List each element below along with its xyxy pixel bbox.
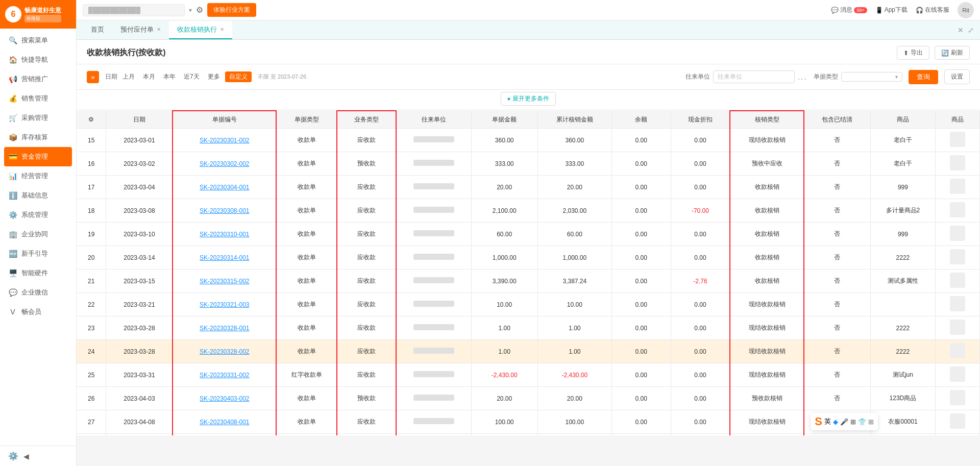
refresh-button[interactable]: 🔄 刷新 (935, 46, 970, 60)
page-header: 收款核销执行(按收款) ⬆ 导出 🔄 刷新 (77, 40, 980, 64)
floating-icon-apps[interactable]: ⊞ (868, 418, 874, 426)
cell-index: 26 (77, 387, 106, 410)
filter-last-month[interactable]: 上月 (120, 71, 137, 82)
bill-no-link[interactable]: SK-20230331-002 (200, 372, 249, 379)
table-row: 282023-04-18SK-20230418-001收款单应收款100.001… (77, 434, 980, 436)
bill-no-link[interactable]: SK-20230403-002 (200, 395, 249, 402)
bill-no-link[interactable]: SK-20230304-001 (200, 184, 249, 191)
cell-goods: 多计量商品2 (870, 199, 935, 223)
tab-close-prepay[interactable]: ✕ (157, 27, 161, 32)
nav-tab-prepay[interactable]: 预付应付单✕ (112, 21, 169, 39)
bill-no-link[interactable]: SK-20230315-002 (200, 278, 249, 285)
refresh-icon: 🔄 (941, 50, 949, 57)
tab-close-receipts[interactable]: ✕ (220, 27, 224, 32)
expand-conditions-button[interactable]: ▾ 展开更多条件 (501, 92, 556, 106)
filter-party-dots[interactable]: ... (798, 72, 807, 82)
filter-party-select[interactable]: 往来单位 (713, 70, 795, 83)
cell-bill_no[interactable]: SK-20230408-001 (173, 410, 276, 434)
sidebar-item-wechat[interactable]: 💬企业微信 (0, 283, 76, 302)
filter-settings-button[interactable]: 设置 (944, 69, 970, 84)
cell-bill_no[interactable]: SK-20230403-002 (173, 387, 276, 410)
cell-biz_type: 预收款 (337, 387, 396, 410)
export-button[interactable]: ⬆ 导出 (897, 46, 929, 60)
cell-verify_amount: 1.00 (537, 316, 611, 340)
cell-bill_no[interactable]: SK-20230308-001 (173, 199, 276, 223)
nav-tab-receipts[interactable]: 收款核销执行✕ (169, 21, 232, 39)
topbar-actions: 💬 消息 99+ 📱 App下载 🎧 在线客服 Rit (831, 2, 974, 18)
bill-no-link[interactable]: SK-20230308-001 (200, 207, 249, 214)
sidebar-item-purchase[interactable]: 🛒采购管理 (0, 108, 76, 128)
sidebar-item-operation[interactable]: 📊经营管理 (0, 166, 76, 186)
bill-no-link[interactable]: SK-20230328-001 (200, 325, 249, 332)
sidebar-item-guide[interactable]: 🆕新手引导 (0, 244, 76, 263)
cell-bill_no[interactable]: SK-20230328-001 (173, 316, 276, 340)
cell-bill_no[interactable]: SK-20230301-002 (173, 129, 276, 152)
table-scroll[interactable]: ⚙日期单据编号单据类型业务类型往来单位单据金额累计核销金额余额现金折扣核销类型包… (77, 110, 980, 435)
floating-icon-ying[interactable]: 英 (824, 417, 831, 426)
sidebar-item-search[interactable]: 🔍搜索菜单 (0, 31, 76, 50)
filter-date-links: 上月 本月 本年 近7天 更多 (120, 71, 222, 82)
gear-button[interactable]: ⚙ (196, 5, 203, 15)
app-download-link[interactable]: 📱 App下载 (875, 6, 908, 14)
floating-icon-mic[interactable]: 🎤 (840, 418, 848, 426)
sidebar-item-quicknav[interactable]: 🏠快捷导航 (0, 50, 76, 69)
sidebar-label-wechat: 企业微信 (21, 288, 48, 297)
cell-bill_no[interactable]: SK-20230310-001 (173, 223, 276, 246)
cell-bill_no[interactable]: SK-20230321-003 (173, 293, 276, 316)
sidebar-item-member[interactable]: V畅会员 (0, 302, 76, 322)
cell-bill_no[interactable]: SK-20230315-002 (173, 269, 276, 293)
bill-no-link[interactable]: SK-20230321-003 (200, 301, 249, 308)
collapse-icon[interactable]: ◀ (23, 452, 29, 460)
cell-bill_no[interactable]: SK-20230328-002 (173, 340, 276, 363)
floating-icon-diamond[interactable]: ◆ (833, 418, 838, 426)
filter-7days[interactable]: 近7天 (182, 71, 202, 82)
bill-no-link[interactable]: SK-20230408-001 (200, 419, 249, 426)
filter-bill-type-select[interactable]: ▾ (841, 72, 902, 82)
bill-no-link[interactable]: SK-20230310-001 (200, 231, 249, 238)
bill-no-link[interactable]: SK-20230301-002 (200, 137, 249, 144)
messages-link[interactable]: 💬 消息 99+ (831, 6, 867, 14)
cell-bill_no[interactable]: SK-20230302-002 (173, 152, 276, 176)
nav-tab-home[interactable]: 首页 (83, 21, 112, 39)
cell-bill_no[interactable]: SK-20230331-002 (173, 363, 276, 387)
filter-this-year[interactable]: 本年 (161, 71, 178, 82)
cell-include_cleared: 否 (804, 199, 870, 223)
sidebar-item-inventory[interactable]: 📦库存核算 (0, 128, 76, 147)
query-button[interactable]: 查询 (909, 70, 938, 84)
settings-icon[interactable]: ⚙️ (8, 451, 18, 461)
expand-tabs-icon[interactable]: ⤢ (968, 26, 974, 34)
floating-icon-shirt[interactable]: 👕 (858, 418, 866, 426)
cell-bill_no[interactable]: SK-20230304-001 (173, 176, 276, 199)
sidebar-item-sales[interactable]: 💰销售管理 (0, 89, 76, 108)
sidebar-item-corp[interactable]: 🏢企业协同 (0, 225, 76, 244)
cell-bill_no[interactable]: SK-20230418-001 (173, 434, 276, 436)
cell-amount: 20.00 (471, 176, 537, 199)
close-all-tabs-icon[interactable]: ✕ (958, 26, 964, 34)
table-row: 162023-03-02SK-20230302-002收款单预收款333.003… (77, 152, 980, 176)
floating-icon-grid[interactable]: ⊞ (850, 418, 856, 426)
solution-button[interactable]: 体验行业方案 (207, 3, 256, 17)
sidebar-item-marketing[interactable]: 📢营销推广 (0, 69, 76, 89)
sidebar-item-system[interactable]: ⚙️系统管理 (0, 205, 76, 225)
sidebar-item-base[interactable]: ℹ️基础信息 (0, 186, 76, 205)
cell-bill_no[interactable]: SK-20230314-001 (173, 246, 276, 269)
cell-biz_type: 应收款 (337, 340, 396, 363)
filter-custom-button[interactable]: 自定义 (225, 71, 252, 82)
cell-verify_amount: 20.00 (537, 176, 611, 199)
cell-party (396, 387, 471, 410)
sidebar-item-capital[interactable]: 💳资金管理 (4, 147, 72, 166)
bill-no-link[interactable]: SK-20230328-002 (200, 348, 249, 355)
filter-toggle-button[interactable]: » (87, 71, 99, 83)
bill-no-link[interactable]: SK-20230314-001 (200, 254, 249, 261)
sidebar-item-hardware[interactable]: 🖥️智能硬件 (0, 263, 76, 283)
filter-more[interactable]: 更多 (206, 71, 222, 82)
cell-verify_amount: 333.00 (537, 152, 611, 176)
online-service-link[interactable]: 🎧 在线客服 (916, 6, 949, 14)
user-avatar[interactable]: Rit (958, 2, 974, 18)
cell-cash_discount: 0.00 (671, 340, 730, 363)
topbar-dropdown-arrow[interactable]: ▾ (189, 7, 192, 14)
bill-no-link[interactable]: SK-20230302-002 (200, 160, 249, 167)
table-row: 182023-03-08SK-20230308-001收款单应收款2,100.0… (77, 199, 980, 223)
cell-verify_type: 收款核销 (730, 246, 804, 269)
filter-this-month[interactable]: 本月 (141, 71, 157, 82)
